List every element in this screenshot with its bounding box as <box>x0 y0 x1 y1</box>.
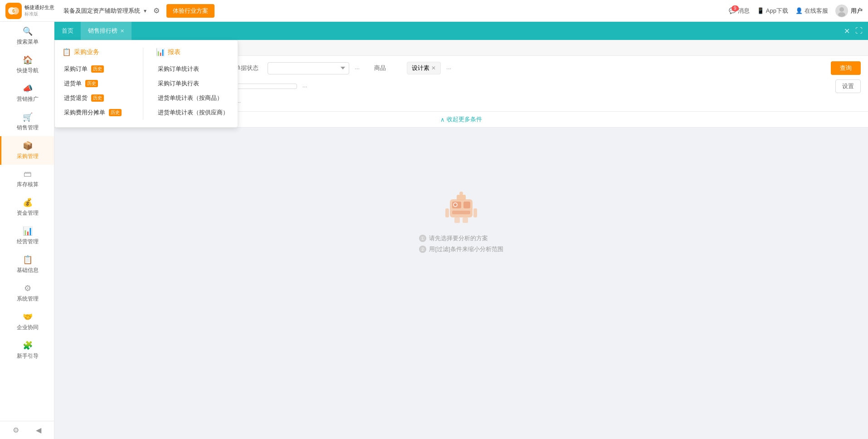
tab-home[interactable]: 首页 <box>54 22 81 40</box>
sidebar-item-sales[interactable]: 🛒 销售管理 <box>0 108 54 136</box>
dropdown-item-receipt-by-supplier[interactable]: 进货单统计表（按供应商） <box>156 105 230 120</box>
report-column: 📊 报表 采购订单统计表 采购订单执行表 进货单统计表（按商品） 进货单统计表（… <box>156 48 230 120</box>
purchase-column: 📋 采购业务 采购订单 历史 进货单 历史 进货退货 历史 <box>62 48 130 120</box>
sidebar-item-enterprise[interactable]: 🤝 企业协同 <box>0 307 54 336</box>
goods-tag-value: 设计素 <box>412 64 429 72</box>
message-action[interactable]: 💬 9 消息 <box>729 7 750 15</box>
sales-icon: 🛒 <box>23 112 33 122</box>
goods-label: 商品 <box>374 64 401 72</box>
sidebar-item-finance[interactable]: 💰 资金管理 <box>0 193 54 222</box>
goods-dots[interactable]: ··· <box>446 65 451 72</box>
report-item-3-label: 进货单统计表（按供应商） <box>158 109 229 117</box>
purchase-dropdown-menu: 📋 采购业务 采购订单 历史 进货单 历史 进货退货 历史 <box>54 40 238 128</box>
content-area: 首页 销售排行榜 ✕ 📋 采购业务 采购订单 历史 <box>54 22 868 439</box>
sidebar-item-search[interactable]: 🔍 搜索菜单 <box>0 22 54 50</box>
empty-state: ① 请先选择要分析的方案 ② 用[过滤]条件来缩小分析范围 <box>54 128 868 309</box>
app-download-action[interactable]: 📱 App下载 <box>757 7 788 15</box>
dropdown-item-purchase-expense[interactable]: 采购费用分摊单 历史 <box>62 105 130 120</box>
online-service-action[interactable]: 👤 在线客服 <box>795 7 828 15</box>
tab-sales-rank-label: 销售排行榜 <box>88 27 117 35</box>
history-badge-2: 历史 <box>91 94 104 102</box>
logo-edition: 标准版 <box>24 11 54 17</box>
hint-text-2: 用[过滤]条件来缩小分析范围 <box>429 245 503 253</box>
settings-button[interactable]: 设置 <box>835 79 861 93</box>
inventory-icon: 🗃 <box>24 169 32 179</box>
sidebar-label-marketing: 营销推广 <box>17 95 39 103</box>
sidebar-bottom: ⚙ ◀ <box>0 421 54 439</box>
system-title: 装备及固定资产辅助管理系统 <box>63 7 140 15</box>
empty-hint-1: ① 请先选择要分析的方案 <box>419 234 503 242</box>
report-column-title: 📊 报表 <box>156 48 230 56</box>
sidebar-collapse-btn[interactable]: ◀ <box>36 426 41 434</box>
sidebar-item-basic-info[interactable]: 📋 基础信息 <box>0 250 54 279</box>
doc-status-select[interactable] <box>268 62 349 74</box>
message-badge: 9 <box>731 5 739 11</box>
message-label: 消息 <box>738 7 750 15</box>
tab-close-icon[interactable]: ✕ <box>120 28 124 34</box>
user-area[interactable]: 用户 <box>835 5 863 17</box>
doc-status-dots[interactable]: ··· <box>355 65 360 72</box>
industry-button[interactable]: 体验行业方案 <box>166 4 215 18</box>
svg-point-3 <box>839 7 844 12</box>
svg-rect-11 <box>445 208 449 217</box>
sidebar-item-inventory[interactable]: 🗃 库存核算 <box>0 165 54 193</box>
report-item-1-label: 采购订单执行表 <box>158 79 199 88</box>
dropdown-item-receipt-by-goods[interactable]: 进货单统计表（按商品） <box>156 91 230 105</box>
query-button[interactable]: 查询 <box>831 61 861 75</box>
svg-rect-13 <box>454 217 460 223</box>
svg-rect-12 <box>473 208 477 217</box>
sidebar-item-new-guide[interactable]: 🧩 新手引导 <box>0 336 54 365</box>
sidebar-label-finance: 资金管理 <box>17 209 39 217</box>
sidebar-label-inventory: 库存核算 <box>17 181 39 188</box>
sidebar-item-operations[interactable]: 📊 经营管理 <box>0 222 54 250</box>
dropdown-item-purchase-order-stat[interactable]: 采购订单统计表 <box>156 62 230 76</box>
app-download-label: App下载 <box>766 7 788 15</box>
dropdown-item-purchase-order[interactable]: 采购订单 历史 <box>62 62 130 76</box>
sidebar-item-quick-nav[interactable]: 🏠 快捷导航 <box>0 50 54 79</box>
empty-hints: ① 请先选择要分析的方案 ② 用[过滤]条件来缩小分析范围 <box>419 234 503 253</box>
sidebar-label-system: 系统管理 <box>17 295 39 303</box>
service-icon: 👤 <box>795 7 803 14</box>
title-dropdown-icon[interactable]: ▾ <box>144 8 146 14</box>
dropdown-item-purchase-order-exec[interactable]: 采购订单执行表 <box>156 76 230 91</box>
purchase-order-label: 采购订单 <box>64 65 88 73</box>
phone-icon: 📱 <box>757 7 764 14</box>
goods-tag: 设计素 ✕ <box>407 62 441 74</box>
sidebar-label-basic-info: 基础信息 <box>17 266 39 274</box>
sidebar-settings-btn[interactable]: ⚙ <box>13 426 19 434</box>
sidebar-item-system[interactable]: ⚙ 系统管理 <box>0 279 54 307</box>
tab-sales-rank[interactable]: 销售排行榜 ✕ <box>81 22 132 40</box>
logo-area: 6 畅捷通好生意 标准版 <box>5 3 60 19</box>
message-badge-wrapper: 💬 9 <box>729 7 736 14</box>
history-badge-3: 历史 <box>109 109 122 116</box>
sidebar-label-operations: 经营管理 <box>17 238 39 246</box>
goods-tag-close[interactable]: ✕ <box>431 65 436 71</box>
doc-status-label: 单据状态 <box>235 64 262 72</box>
tab-expand-icon[interactable]: ⛶ <box>853 25 864 37</box>
svg-text:6: 6 <box>12 8 15 14</box>
top-header: 6 畅捷通好生意 标准版 装备及固定资产辅助管理系统 ▾ ⚙ 体验行业方案 💬 … <box>0 0 868 22</box>
dropdown-item-purchase-receipt[interactable]: 进货单 历史 <box>62 76 130 91</box>
basic-info-icon: 📋 <box>23 255 33 265</box>
tab-bar-right: ✕ ⛶ <box>842 25 868 37</box>
hint-num-2: ② <box>419 246 426 253</box>
operations-icon: 📊 <box>23 226 33 236</box>
purchase-col-label: 采购业务 <box>74 48 99 56</box>
tab-close-all-icon[interactable]: ✕ <box>842 25 852 37</box>
report-col-label: 报表 <box>168 48 180 56</box>
chevron-up-icon: ∧ <box>440 116 445 123</box>
history-badge-1: 历史 <box>85 80 98 87</box>
sidebar-item-marketing[interactable]: 📣 营销推广 <box>0 79 54 108</box>
marketing-icon: 📣 <box>23 84 33 94</box>
dropdown-item-purchase-return[interactable]: 进货退货 历史 <box>62 91 130 105</box>
sidebar-item-purchase[interactable]: 📦 采购管理 <box>0 136 54 165</box>
svg-rect-8 <box>452 211 470 214</box>
empty-hint-2: ② 用[过滤]条件来缩小分析范围 <box>419 245 503 253</box>
home-icon: 🏠 <box>23 55 33 65</box>
settings-btn-wrap: 设置 <box>835 79 861 93</box>
system-settings-icon[interactable]: ⚙ <box>150 5 163 17</box>
purchase-return-label: 进货退货 <box>64 94 88 102</box>
empty-illustration <box>439 183 484 229</box>
salesperson-dots[interactable]: ··· <box>302 83 307 90</box>
collapse-label: 收起更多条件 <box>447 115 482 123</box>
